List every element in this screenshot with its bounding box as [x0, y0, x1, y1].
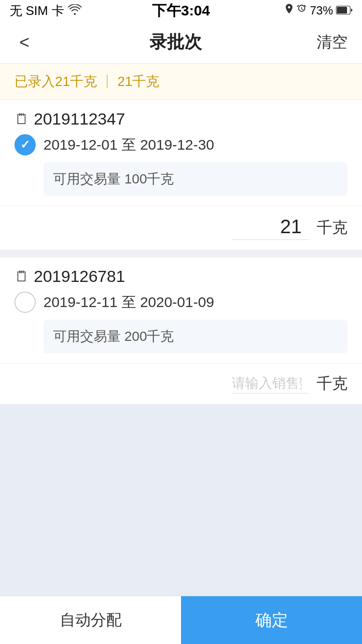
page-title: 录批次 — [150, 30, 202, 54]
status-left: 无 SIM 卡 — [10, 2, 82, 19]
batch-date-row-1: 2019-12-01 至 2019-12-30 — [14, 134, 348, 155]
back-button[interactable]: < — [14, 28, 34, 57]
svg-rect-1 — [337, 7, 347, 14]
info-bar: 已录入21千克 21千克 — [0, 64, 362, 100]
batch-item-2: 🗒 2019126781 2019-12-11 至 2020-01-09 可用交… — [0, 257, 362, 404]
nav-bar: < 录批次 清空 — [0, 21, 362, 64]
batch-date-1: 2019-12-01 至 2019-12-30 — [43, 135, 214, 155]
batch-header-1: 🗒 2019112347 — [14, 110, 348, 128]
quantity-row-1: 千克 — [0, 206, 362, 250]
batch-id-icon-2: 🗒 — [14, 268, 29, 285]
total-weight: 21千克 — [117, 72, 159, 91]
section-divider — [0, 250, 362, 257]
info-divider — [107, 75, 108, 88]
clear-button[interactable]: 清空 — [317, 32, 348, 53]
batch-radio-2[interactable] — [14, 292, 36, 313]
empty-area — [0, 404, 362, 596]
quantity-input-1[interactable] — [232, 216, 309, 240]
auto-distribute-button[interactable]: 自动分配 — [0, 596, 181, 644]
quantity-unit-1: 千克 — [317, 217, 348, 238]
batch-header-2: 🗒 2019126781 — [14, 267, 348, 286]
alarm-icon — [296, 4, 307, 17]
status-bar: 无 SIM 卡 下午3:04 73% — [0, 0, 362, 21]
confirm-button[interactable]: 确定 — [181, 596, 362, 644]
footer-buttons: 自动分配 确定 — [0, 596, 362, 644]
batch-available-1: 可用交易量 100千克 — [43, 162, 348, 196]
location-icon — [285, 4, 293, 17]
batch-date-row-2: 2019-12-11 至 2020-01-09 — [14, 292, 348, 313]
batch-radio-1[interactable] — [14, 134, 36, 155]
batch-available-2: 可用交易量 200千克 — [43, 320, 348, 353]
quantity-input-2[interactable] — [232, 375, 309, 393]
batch-id-1: 2019112347 — [34, 110, 125, 128]
wifi-icon — [68, 3, 82, 18]
status-time: 下午3:04 — [152, 1, 210, 21]
battery-text: 73% — [310, 4, 333, 17]
battery-icon — [336, 4, 352, 17]
batch-date-2: 2019-12-11 至 2020-01-09 — [43, 293, 214, 312]
status-right: 73% — [285, 4, 352, 17]
batch-id-icon-1: 🗒 — [14, 111, 29, 127]
recorded-weight: 已录入21千克 — [14, 72, 97, 91]
batch-id-2: 2019126781 — [34, 267, 125, 286]
batch-item-1: 🗒 2019112347 2019-12-01 至 2019-12-30 可用交… — [0, 100, 362, 250]
quantity-unit-2: 千克 — [317, 373, 348, 394]
quantity-row-2: 千克 — [0, 363, 362, 404]
carrier-text: 无 SIM 卡 — [10, 2, 64, 19]
